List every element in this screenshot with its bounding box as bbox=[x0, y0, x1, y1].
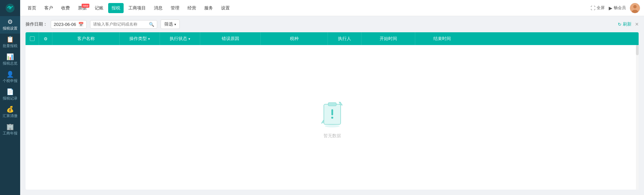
svg-rect-6 bbox=[328, 103, 336, 106]
scroll-thumb[interactable] bbox=[636, 45, 639, 55]
fullscreen-icon: ⛶ bbox=[591, 5, 595, 11]
fullscreen-button[interactable]: ⛶ 全屏 bbox=[591, 5, 605, 11]
filter-label: 筛选 bbox=[164, 21, 173, 27]
geshuishenbao-icon: 👤 bbox=[6, 71, 14, 77]
baoshuizonglan-icon: 📊 bbox=[6, 54, 14, 60]
topnav-right: ⛶ 全屏 ▶ 畅会员 bbox=[591, 3, 640, 13]
svg-point-13 bbox=[325, 125, 340, 127]
main-area: 首页 客户 收费 票据 new 记账 报税 工商项目 消息 管理 经营 服务 设… bbox=[20, 0, 644, 195]
settings-icon: ⚙ bbox=[44, 36, 48, 41]
date-input[interactable]: 2023-06-06 📅 bbox=[51, 20, 87, 29]
member-icon: ▶ bbox=[609, 5, 612, 11]
search-input[interactable] bbox=[93, 22, 147, 27]
empty-text: 暂无数据 bbox=[324, 133, 341, 139]
svg-point-1 bbox=[9, 7, 11, 9]
nav-piao-badge: new bbox=[82, 4, 89, 8]
sidebar-item-geshuishenbao[interactable]: 👤 个税申报 bbox=[0, 69, 20, 86]
sidebar-item-geshuishenbao-label: 个税申报 bbox=[3, 78, 17, 83]
svg-marker-10 bbox=[340, 102, 342, 105]
nav-baoshui[interactable]: 报税 bbox=[108, 3, 124, 13]
sidebar-item-pilianbaoshui-label: 批量报税 bbox=[3, 43, 17, 48]
sidebar-item-baoshuishezhi[interactable]: ⚙ 报税设置 bbox=[0, 16, 20, 34]
nav-piao[interactable]: 票据 new bbox=[75, 3, 90, 13]
user-avatar[interactable] bbox=[630, 3, 640, 13]
sidebar-item-gongshangnianbao[interactable]: 🏢 工商年报 bbox=[0, 121, 20, 139]
header-checkbox[interactable] bbox=[30, 36, 35, 41]
sidebar-item-huisuanqingshui[interactable]: 💰 汇算清缴 bbox=[0, 104, 20, 121]
nav-guanli[interactable]: 管理 bbox=[167, 3, 183, 13]
nav-xiaoxi[interactable]: 消息 bbox=[151, 3, 166, 13]
table-body: 暂无数据 bbox=[26, 45, 639, 190]
gongshangnianbao-icon: 🏢 bbox=[6, 124, 14, 130]
nav-kehu[interactable]: 客户 bbox=[41, 3, 56, 13]
empty-state: 暂无数据 bbox=[315, 96, 349, 139]
date-value: 2023-06-06 bbox=[54, 22, 76, 27]
refresh-button[interactable]: ↻ 刷新 bbox=[618, 21, 632, 27]
content: 操作日期： 2023-06-06 📅 🔍 筛选 ▾ ↻ 刷新 × bbox=[20, 16, 644, 195]
sidebar: ⚙ 报税设置 📋 批量报税 📊 报税总览 👤 个税申报 📄 报税记录 💰 汇算清… bbox=[0, 0, 20, 195]
th-customer-name: 客户名称 bbox=[52, 32, 120, 45]
th-settings[interactable]: ⚙ bbox=[39, 32, 52, 45]
table-container: ⚙ 客户名称 操作类型 ▾ 执行状态 ▾ 错误原因 税种 bbox=[26, 32, 639, 190]
baoshuijilu-icon: 📄 bbox=[6, 89, 14, 95]
svg-point-7 bbox=[331, 117, 333, 119]
toolbar: 操作日期： 2023-06-06 📅 🔍 筛选 ▾ ↻ 刷新 × bbox=[20, 16, 644, 32]
sidebar-item-gongshangnianbao-label: 工商年报 bbox=[3, 131, 17, 136]
search-icon: 🔍 bbox=[149, 22, 154, 27]
filter-icon-exec: ▾ bbox=[188, 37, 190, 41]
empty-illustration bbox=[315, 96, 349, 129]
nav-shezhi[interactable]: 设置 bbox=[218, 3, 233, 13]
th-start-time: 开始时间 bbox=[361, 32, 415, 45]
nav-jizhang[interactable]: 记账 bbox=[91, 3, 107, 13]
baoshuishezhi-icon: ⚙ bbox=[7, 19, 13, 25]
svg-rect-8 bbox=[331, 109, 333, 115]
th-end-time: 结束时间 bbox=[415, 32, 469, 45]
nav-gongshang[interactable]: 工商项目 bbox=[125, 3, 149, 13]
th-operation-type[interactable]: 操作类型 ▾ bbox=[120, 32, 160, 45]
sidebar-item-baoshuizonglan-label: 报税总览 bbox=[3, 61, 17, 66]
scroll-track[interactable] bbox=[636, 45, 639, 190]
filter-button[interactable]: 筛选 ▾ bbox=[161, 20, 180, 29]
th-checkbox[interactable] bbox=[26, 32, 39, 45]
sidebar-logo bbox=[0, 0, 20, 16]
nav-shoufei[interactable]: 收费 bbox=[58, 3, 73, 13]
sidebar-item-baoshuijilu-label: 报税记录 bbox=[3, 96, 17, 101]
refresh-icon: ↻ bbox=[618, 22, 621, 27]
search-box[interactable]: 🔍 bbox=[90, 20, 157, 29]
svg-point-3 bbox=[633, 5, 637, 8]
sidebar-item-pilianbaoshui[interactable]: 📋 批量报税 bbox=[0, 34, 20, 51]
calendar-icon: 📅 bbox=[78, 22, 84, 27]
sidebar-item-baoshuizonglan[interactable]: 📊 报税总览 bbox=[0, 51, 20, 69]
table-header: ⚙ 客户名称 操作类型 ▾ 执行状态 ▾ 错误原因 税种 bbox=[26, 32, 639, 45]
topnav: 首页 客户 收费 票据 new 记账 报税 工商项目 消息 管理 经营 服务 设… bbox=[20, 0, 644, 16]
member-button[interactable]: ▶ 畅会员 bbox=[609, 5, 626, 11]
close-button[interactable]: × bbox=[635, 21, 639, 27]
filter-icon-operation: ▾ bbox=[148, 37, 150, 41]
nav-fuwu[interactable]: 服务 bbox=[201, 3, 216, 13]
th-tax-type: 税种 bbox=[261, 32, 328, 45]
th-exec-status[interactable]: 执行状态 ▾ bbox=[160, 32, 200, 45]
sidebar-item-baoshuijilu[interactable]: 📄 报税记录 bbox=[0, 86, 20, 104]
date-label: 操作日期： bbox=[26, 21, 47, 27]
huisuanqingshui-icon: 💰 bbox=[6, 106, 14, 112]
chevron-down-icon: ▾ bbox=[174, 23, 176, 26]
th-executor: 执行人 bbox=[328, 32, 361, 45]
pilianbaoshui-icon: 📋 bbox=[6, 36, 14, 42]
nav-home[interactable]: 首页 bbox=[24, 3, 40, 13]
sidebar-item-huisuanqingshui-label: 汇算清缴 bbox=[3, 113, 17, 118]
topnav-items: 首页 客户 收费 票据 new 记账 报税 工商项目 消息 管理 经营 服务 设… bbox=[24, 3, 591, 13]
th-error-reason: 错误原因 bbox=[200, 32, 261, 45]
sidebar-item-baoshuishezhi-label: 报税设置 bbox=[3, 26, 17, 31]
nav-jingying[interactable]: 经营 bbox=[184, 3, 200, 13]
